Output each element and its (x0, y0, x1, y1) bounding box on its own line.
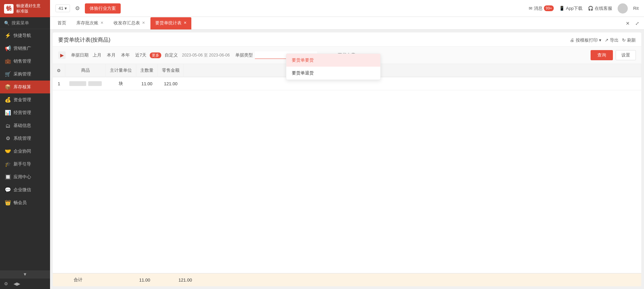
filter-actions: 查询 设置 (591, 50, 636, 60)
sidebar-icon-purchase: 🛒 (5, 71, 11, 77)
export-button[interactable]: ↗ 导出 (605, 37, 619, 43)
tab-close-all-button[interactable]: ✕ (624, 19, 632, 27)
sidebar-label-app-center: 应用中心 (14, 174, 31, 180)
sidebar-icon-marketing: 📢 (5, 45, 11, 51)
search-menu[interactable]: 🔍 搜索菜单 (0, 17, 50, 29)
tab-close-order-stats[interactable]: ✕ (184, 21, 187, 25)
col-amount: 零售金额 (158, 64, 184, 77)
sidebar-item-inventory[interactable]: 📦库存核算 (0, 81, 50, 93)
refresh-icon: ↻ (622, 38, 626, 43)
trial-button[interactable]: 体验行业方案 (85, 3, 121, 14)
col-product: 商品 (65, 64, 106, 77)
app-download-button[interactable]: 📱 App下载 (559, 5, 582, 12)
set-button[interactable]: 设置 (616, 50, 636, 60)
sidebar-icon-guide: 🎓 (5, 161, 11, 167)
footer-amount: 121.00 (165, 277, 206, 283)
header-left: 41 ▾ ⚙ 体验行业方案 (55, 3, 121, 14)
user-avatar[interactable] (618, 3, 628, 14)
tab-close-receive-summary[interactable]: ✕ (142, 21, 145, 25)
sidebar-logo: 畅 畅捷通好生意 标准版 (0, 0, 50, 17)
type-dropdown: 要货单要货 要货单退货 (286, 53, 381, 80)
sidebar-icon-quick-nav: ⚡ (5, 32, 11, 39)
last-month-btn[interactable]: 上月 (91, 51, 103, 59)
sidebar-item-finance[interactable]: 💰资金管理 (0, 93, 50, 106)
sidebar-icon-enterprise: 🤝 (5, 148, 11, 154)
sidebar-item-app-center[interactable]: 🔲应用中心 (0, 171, 50, 183)
service-label: 在线客服 (595, 5, 612, 12)
chevron-down-icon: ▾ (599, 38, 601, 43)
filter-expand-button[interactable]: ▶ (58, 51, 66, 59)
sidebar-icon-sales: 💼 (5, 58, 11, 64)
sidebar-label-basics: 基础信息 (14, 123, 31, 129)
app-icon: 📱 (559, 6, 565, 11)
tab-order-stats[interactable]: 要货单统计表 ✕ (150, 17, 191, 29)
refresh-button[interactable]: ↻ 刷新 (622, 37, 636, 43)
last-7-days-btn[interactable]: 近7天 (133, 51, 148, 59)
this-month-btn[interactable]: 本月 (105, 51, 118, 59)
sidebar-item-sales[interactable]: 💼销售管理 (0, 55, 50, 68)
sidebar-icon-operation: 📊 (5, 110, 11, 116)
this-year-btn[interactable]: 本年 (119, 51, 132, 59)
tab-home[interactable]: 首页 (53, 17, 71, 29)
sidebar-bottom: ⚙ ◀▶ (0, 278, 50, 289)
collapse-icon[interactable]: ◀▶ (14, 281, 20, 286)
notification-badge: 99+ (544, 5, 554, 11)
tab-close-inventory-batch[interactable]: ✕ (100, 21, 103, 25)
tab-label-inventory-batch: 库存批次账 (76, 20, 98, 26)
username-label: Rit (633, 6, 639, 11)
custom-date-btn[interactable]: 自定义 (163, 51, 180, 59)
tab-label-home: 首页 (57, 20, 66, 26)
sidebar-item-guide[interactable]: 🎓新手引导 (0, 158, 50, 171)
cell-extra-0 (184, 77, 641, 90)
col-extra (184, 64, 641, 77)
sidebar: 畅 畅捷通好生意 标准版 🔍 搜索菜单 ⚡快捷导航📢营销推广💼销售管理🛒采购管理… (0, 0, 50, 289)
header-settings-icon[interactable]: ⚙ (73, 4, 82, 13)
sidebar-icon-basics: 🗂 (5, 123, 11, 129)
sidebar-item-purchase[interactable]: 🛒采购管理 (0, 68, 50, 81)
tab-end-buttons: ✕ ⤢ (624, 19, 641, 27)
sidebar-item-member[interactable]: 👑畅会员 (0, 196, 50, 209)
page-title: 要货单统计表(按商品) (58, 37, 111, 44)
sidebar-label-purchase: 采购管理 (14, 71, 31, 77)
dropdown-item-order-return[interactable]: 要货单退货 (286, 67, 380, 80)
column-settings-icon[interactable]: ⚙ (57, 68, 61, 73)
store-selector[interactable]: 41 ▾ (55, 4, 70, 12)
dropdown-item-order-goods[interactable]: 要货单要货 (286, 54, 380, 67)
sidebar-icon-system: ⚙ (5, 135, 11, 141)
query-button[interactable]: 查询 (591, 50, 613, 60)
tab-inventory-batch[interactable]: 库存批次账 ✕ (72, 17, 108, 29)
footer-quantity: 11.00 (124, 277, 165, 283)
col-quantity: 主数量 (136, 64, 158, 77)
sidebar-label-wechat: 企业微信 (14, 187, 31, 193)
sidebar-item-enterprise[interactable]: 🤝企业协同 (0, 145, 50, 158)
cell-index-0: 1 (53, 77, 65, 90)
sidebar-item-system[interactable]: ⚙系统管理 (0, 132, 50, 145)
main-area: 41 ▾ ⚙ 体验行业方案 ✉ 消息 99+ 📱 App下载 🎧 在线客服 Ri… (50, 0, 644, 289)
logo-text: 畅捷通好生意 标准版 (16, 3, 41, 14)
settings-icon[interactable]: ⚙ (4, 281, 8, 286)
tab-expand-button[interactable]: ⤢ (633, 19, 641, 27)
more-dates-badge[interactable]: 更多 (150, 52, 161, 58)
sidebar-item-wechat[interactable]: 💬企业微信 (0, 183, 50, 196)
footer-label: 合计 (57, 277, 124, 283)
cell-quantity-0: 11.00 (136, 77, 158, 90)
sidebar-item-quick-nav[interactable]: ⚡快捷导航 (0, 29, 50, 42)
sidebar-item-marketing[interactable]: 📢营销推广 (0, 42, 50, 55)
type-label: 单据类型 (235, 52, 253, 58)
sidebar-item-operation[interactable]: 📊经营管理 (0, 106, 50, 119)
message-button[interactable]: ✉ 消息 99+ (529, 5, 554, 12)
tab-receive-summary[interactable]: 收发存汇总表 ✕ (109, 17, 150, 29)
date-range-text: 2023-05-06 至 2023-06-06 (182, 52, 230, 58)
table-container: ⚙ 商品 主计量单位 主数量 零售金额 1 块 11.00 12 (53, 64, 641, 273)
col-settings[interactable]: ⚙ (53, 64, 65, 77)
online-service-button[interactable]: 🎧 在线客服 (588, 5, 612, 12)
print-template-button[interactable]: 🖨 按模板打印 ▾ (570, 37, 601, 43)
sidebar-item-basics[interactable]: 🗂基础信息 (0, 119, 50, 132)
sidebar-label-inventory: 库存核算 (14, 84, 31, 90)
sidebar-label-enterprise: 企业协同 (14, 148, 31, 154)
sidebar-label-system: 系统管理 (14, 135, 31, 141)
sidebar-items: ⚡快捷导航📢营销推广💼销售管理🛒采购管理📦库存核算💰资金管理📊经营管理🗂基础信息… (0, 29, 50, 270)
sidebar-scroll-down[interactable]: ▼ (0, 270, 50, 278)
sidebar-label-finance: 资金管理 (14, 97, 31, 103)
print-icon: 🖨 (570, 38, 574, 43)
